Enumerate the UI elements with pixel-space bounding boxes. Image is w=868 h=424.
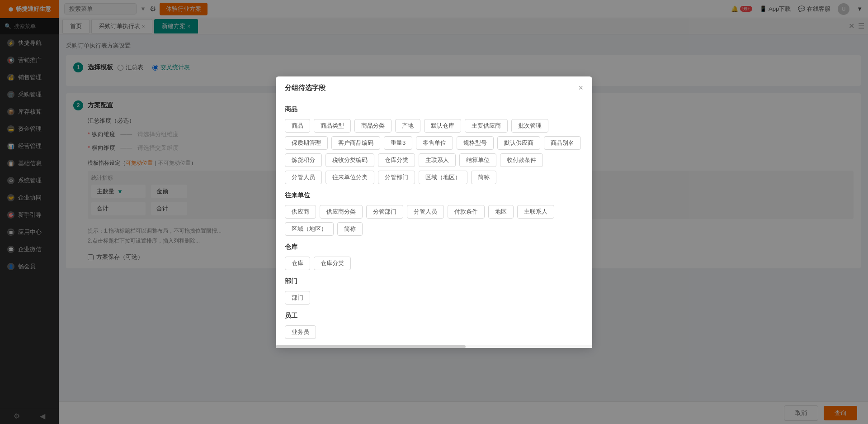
modal-close-icon[interactable]: × [578, 84, 583, 92]
chip-dept[interactable]: 分管部门 [378, 171, 415, 184]
group-title-partner: 往来单位 [285, 191, 583, 200]
modal-header: 分组待选字段 × [276, 76, 592, 98]
chip-retail-unit[interactable]: 零售单位 [416, 136, 453, 150]
chip-short-name[interactable]: 简称 [471, 171, 496, 184]
employee-chips: 业务员 [285, 325, 583, 339]
chip-product-type[interactable]: 商品类型 [314, 119, 351, 133]
chip-region[interactable]: 区域（地区） [419, 171, 467, 184]
chip-pay-terms[interactable]: 收付款条件 [500, 153, 543, 167]
chip-origin[interactable]: 产地 [395, 119, 420, 133]
chip-alias[interactable]: 商品别名 [544, 136, 581, 150]
group-title-warehouse: 仓库 [285, 243, 583, 251]
chip-payment-terms[interactable]: 付款条件 [448, 205, 485, 219]
chip-shelf-life[interactable]: 保质期管理 [285, 136, 328, 150]
chip-main-contact2[interactable]: 主联系人 [517, 205, 554, 219]
chip-customer-code[interactable]: 客户商品编码 [331, 136, 380, 150]
modal-hscroll[interactable] [276, 345, 592, 348]
chip-wh-cat[interactable]: 仓库分类 [314, 257, 351, 270]
chip-tax-code[interactable]: 税收分类编码 [326, 153, 374, 167]
chip-main-supplier[interactable]: 主要供应商 [465, 119, 508, 133]
modal-hscroll-thumb [276, 345, 466, 348]
partner-chips: 供应商 供应商分类 分管部门 分管人员 付款条件 地区 主联系人 区域（地区） … [285, 205, 583, 236]
chip-main-contact[interactable]: 主联系人 [419, 153, 456, 167]
department-chips: 部门 [285, 291, 583, 305]
chip-supplier-cat[interactable]: 供应商分类 [320, 205, 363, 219]
chip-weight[interactable]: 重量3 [384, 136, 412, 150]
modal-title: 分组待选字段 [285, 84, 326, 92]
chip-points[interactable]: 炼货积分 [285, 153, 322, 167]
chip-partner-manager[interactable]: 分管人员 [407, 205, 444, 219]
group-title-product: 商品 [285, 105, 583, 114]
modal: 分组待选字段 × 商品 商品 商品类型 商品分类 产地 默认仓库 主要供应商 批… [276, 76, 592, 348]
chip-region2[interactable]: 区域（地区） [285, 222, 334, 236]
chip-product[interactable]: 商品 [285, 119, 310, 133]
chip-area[interactable]: 地区 [488, 205, 514, 219]
group-title-department: 部门 [285, 277, 583, 286]
chip-default-supplier[interactable]: 默认供应商 [497, 136, 540, 150]
chip-settle-unit[interactable]: 结算单位 [459, 153, 496, 167]
group-title-employee: 员工 [285, 312, 583, 320]
chip-department[interactable]: 部门 [285, 291, 310, 305]
chip-short-name2[interactable]: 简称 [337, 222, 363, 236]
chip-wh[interactable]: 仓库 [285, 257, 310, 270]
modal-overlay: 分组待选字段 × 商品 商品 商品类型 商品分类 产地 默认仓库 主要供应商 批… [0, 0, 868, 424]
chip-supplier[interactable]: 供应商 [285, 205, 316, 219]
chip-default-warehouse[interactable]: 默认仓库 [424, 119, 461, 133]
chip-partner-category[interactable]: 往来单位分类 [326, 171, 374, 184]
chip-wh-category[interactable]: 仓库分类 [378, 153, 415, 167]
chip-batch-mgmt[interactable]: 批次管理 [511, 119, 548, 133]
chip-partner-dept[interactable]: 分管部门 [366, 205, 403, 219]
chip-spec-model[interactable]: 规格型号 [457, 136, 494, 150]
chip-salesperson[interactable]: 业务员 [285, 325, 316, 339]
modal-body[interactable]: 商品 商品 商品类型 商品分类 产地 默认仓库 主要供应商 批次管理 保质期管理… [276, 98, 592, 345]
warehouse-chips: 仓库 仓库分类 [285, 257, 583, 270]
chip-product-category[interactable]: 商品分类 [354, 119, 392, 133]
chip-manager[interactable]: 分管人员 [285, 171, 322, 184]
product-chips: 商品 商品类型 商品分类 产地 默认仓库 主要供应商 批次管理 保质期管理 客户… [285, 119, 583, 184]
